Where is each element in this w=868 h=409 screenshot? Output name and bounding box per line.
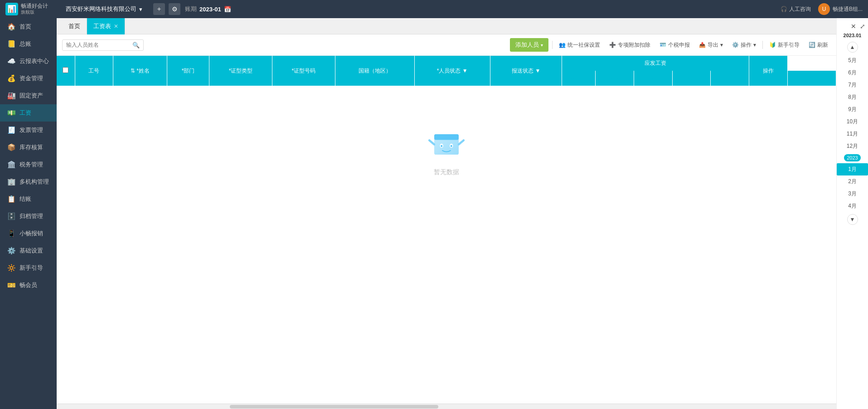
tax-declaration-button[interactable]: 🪪 个税申报 xyxy=(657,39,693,51)
sidebar-item-home[interactable]: 🏠 首页 xyxy=(0,18,57,35)
sort-icon[interactable]: ⇅ xyxy=(131,68,135,74)
date-panel-header: 2023.01 xyxy=(844,31,862,40)
sidebar-item-label: 基础设置 xyxy=(19,247,43,255)
sidebar-item-cloud-report[interactable]: ☁️ 云报表中心 xyxy=(0,53,57,70)
add-person-button[interactable]: 添加人员 ▾ xyxy=(510,38,548,52)
social-security-label: 统一社保设置 xyxy=(567,41,600,49)
invoice-icon: 🧾 xyxy=(7,126,16,134)
search-input[interactable] xyxy=(66,42,130,48)
tab-home-label: 首页 xyxy=(68,22,80,30)
empty-icon xyxy=(426,122,467,163)
period-value: 2023-01 xyxy=(199,6,221,13)
month-item-jun[interactable]: 6月 xyxy=(837,67,868,79)
empty-text: 暂无数据 xyxy=(434,168,459,176)
settings-button[interactable]: ⚙ xyxy=(169,3,180,15)
sidebar-item-fund[interactable]: 💰 资金管理 xyxy=(0,70,57,87)
table-header-nationality: 国籍（地区） xyxy=(335,56,414,86)
social-security-button[interactable]: 👥 统一社保设置 xyxy=(556,39,603,51)
sidebar-item-archive[interactable]: 🗄️ 归档管理 xyxy=(0,208,57,225)
special-deduction-icon: ➕ xyxy=(609,42,616,48)
chevron-down-icon: ▾ xyxy=(139,6,142,13)
sidebar-item-multi-org[interactable]: 🏢 多机构管理 xyxy=(0,173,57,190)
salary-table: 工号 ⇅ *姓名 *部门 *证型类型 *证型号码 国籍（地区） *人员状态 ▼ … xyxy=(57,56,836,86)
month-item-aug[interactable]: 8月 xyxy=(837,91,868,103)
table-header-employee-id: 工号 xyxy=(75,56,113,86)
refresh-label: 刷新 xyxy=(817,41,828,49)
table-header-id-type: *证型类型 xyxy=(209,56,272,86)
bottom-scrollbar[interactable] xyxy=(57,404,836,409)
calendar-icon[interactable]: 📅 xyxy=(224,6,231,13)
add-button[interactable]: ＋ xyxy=(153,3,165,15)
svg-rect-1 xyxy=(434,134,459,140)
table-header-checkbox[interactable] xyxy=(57,56,75,86)
table-wrap: 工号 ⇅ *姓名 *部门 *证型类型 *证型号码 国籍（地区） *人员状态 ▼ … xyxy=(57,56,836,404)
sidebar-item-invoice[interactable]: 🧾 发票管理 xyxy=(0,122,57,139)
month-item-feb[interactable]: 2月 xyxy=(837,175,868,188)
sidebar-item-label: 小畅报销 xyxy=(19,229,43,238)
factory-icon: 🏭 xyxy=(7,92,16,100)
sidebar-item-label: 总账 xyxy=(19,40,31,48)
newbie-guide-button[interactable]: 🔰 新手引导 xyxy=(766,39,802,51)
close-account-icon: 📋 xyxy=(7,195,16,203)
tab-home[interactable]: 首页 xyxy=(62,18,87,34)
guide-icon: 🔰 xyxy=(769,42,776,48)
sidebar-item-close-account[interactable]: 📋 结账 xyxy=(0,190,57,208)
logo-icon: 📊 xyxy=(5,3,18,15)
empty-state: 暂无数据 xyxy=(57,86,836,213)
month-item-may[interactable]: 5月 xyxy=(837,54,868,67)
tab-salary[interactable]: 工资表 ✕ xyxy=(87,18,125,34)
user-area[interactable]: U 畅捷通B组... xyxy=(818,3,863,15)
year-badge: 2023 xyxy=(844,154,860,161)
panel-expand-button[interactable]: ⤢ xyxy=(859,22,866,31)
table-header-staff-status: *人员状态 ▼ xyxy=(414,56,490,86)
filter-icon[interactable]: ▼ xyxy=(462,68,468,74)
scroll-up-button[interactable]: ▲ xyxy=(847,42,858,53)
tab-close-icon[interactable]: ✕ xyxy=(114,23,118,29)
table-header-allowance: 津贴 xyxy=(596,71,634,86)
month-item-oct[interactable]: 10月 xyxy=(837,116,868,128)
month-item-jul[interactable]: 7月 xyxy=(837,79,868,91)
svg-point-5 xyxy=(451,145,452,147)
header-actions: ＋ ⚙ xyxy=(153,3,180,15)
month-item-apr[interactable]: 4月 xyxy=(837,200,868,212)
guide-icon: 🔆 xyxy=(7,264,16,272)
month-item-nov[interactable]: 11月 xyxy=(837,128,868,140)
table-header-id-number: *证型号码 xyxy=(272,56,335,86)
special-deduction-button[interactable]: ➕ 专项附加扣除 xyxy=(606,39,653,51)
chevron-down-icon: ▾ xyxy=(720,42,723,48)
header-right: 🎧 人工咨询 U 畅捷通B组... xyxy=(781,3,863,15)
filter-icon[interactable]: ▼ xyxy=(535,68,540,74)
panel-close-button[interactable]: ✕ xyxy=(850,22,857,31)
month-item-sep[interactable]: 9月 xyxy=(837,103,868,116)
sidebar-item-tax[interactable]: 🏛️ 税务管理 xyxy=(0,156,57,173)
salary-icon: 💵 xyxy=(7,109,16,117)
table-header-performance: 绩效 xyxy=(634,71,672,86)
sidebar-item-inventory[interactable]: 📦 库存核算 xyxy=(0,139,57,156)
scroll-down-button[interactable]: ▼ xyxy=(847,214,858,225)
social-security-icon: 👥 xyxy=(559,42,566,48)
support-button[interactable]: 🎧 人工咨询 xyxy=(781,5,811,13)
company-selector[interactable]: 西安虾米网络科技有限公司 ▾ xyxy=(62,3,146,15)
month-item-jan[interactable]: 1月 xyxy=(837,163,868,175)
search-wrap[interactable]: 🔍 xyxy=(62,39,144,51)
sidebar-item-settings[interactable]: ⚙️ 基础设置 xyxy=(0,242,57,259)
select-all-checkbox[interactable] xyxy=(63,67,68,73)
export-label: 导出 xyxy=(708,41,718,49)
export-button[interactable]: 📤 导出 ▾ xyxy=(696,39,726,51)
sidebar-item-label: 多机构管理 xyxy=(19,178,49,186)
sidebar-item-ledger[interactable]: 📒 总账 xyxy=(0,35,57,53)
sidebar-item-salary[interactable]: 💵 工资 xyxy=(0,104,57,122)
scroll-thumb[interactable] xyxy=(230,405,438,409)
content-area: 首页 工资表 ✕ 🔍 添加人员 ▾ 👥 统一社保设置 xyxy=(57,18,836,409)
sidebar-item-label: 工资 xyxy=(19,109,31,117)
month-item-dec[interactable]: 12月 xyxy=(837,140,868,152)
sidebar-item-guide[interactable]: 🔆 新手引导 xyxy=(0,259,57,277)
sidebar-item-expense[interactable]: 📱 小畅报销 xyxy=(0,225,57,242)
refresh-button[interactable]: 🔄 刷新 xyxy=(806,39,831,51)
sidebar-item-fixed-assets[interactable]: 🏭 固定资产 xyxy=(0,87,57,104)
month-item-mar[interactable]: 3月 xyxy=(837,188,868,200)
user-avatar: U xyxy=(818,3,830,15)
operation-button[interactable]: ⚙️ 操作 ▾ xyxy=(729,39,759,51)
tax-icon: 🏛️ xyxy=(7,161,16,169)
sidebar-item-member[interactable]: 🎫 畅会员 xyxy=(0,277,57,294)
